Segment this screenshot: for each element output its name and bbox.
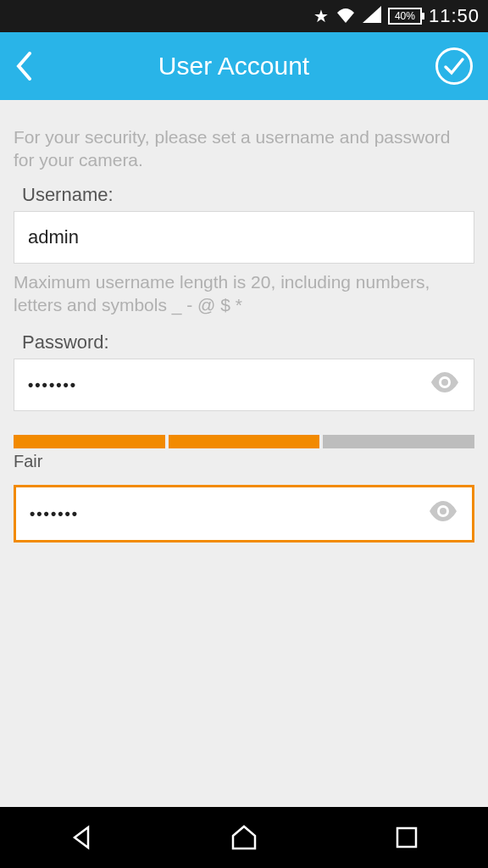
strength-segment [14,435,165,448]
nav-bar [0,807,488,868]
username-label: Username: [22,184,474,206]
nav-home-button[interactable] [228,821,260,854]
confirm-password-field[interactable]: ••••••• [14,485,474,542]
password-field[interactable]: ••••••• [14,359,474,411]
password-value: ••••••• [28,376,77,394]
nav-back-button[interactable] [65,821,97,854]
eye-icon[interactable] [430,372,460,398]
nav-recent-button[interactable] [391,821,423,854]
eye-icon[interactable] [428,501,458,526]
page-title: User Account [32,52,435,81]
svg-point-0 [441,379,448,386]
back-button[interactable] [15,52,32,81]
signal-icon [363,6,381,27]
username-field[interactable]: admin [14,211,474,264]
main-content: For your security, please set a username… [0,100,488,556]
svg-point-1 [440,508,446,515]
battery-icon: 40% [388,8,422,25]
svg-rect-2 [397,828,416,847]
strength-label: Fair [14,452,474,471]
strength-segment [169,435,320,448]
clock: 11:50 [429,5,480,27]
app-bar: User Account [0,32,488,100]
username-value: admin [28,226,79,248]
star-icon: ★ [313,6,329,26]
confirm-value: ••••••• [30,505,79,523]
password-label: Password: [22,331,474,353]
username-hint: Maximum username length is 20, including… [14,270,474,317]
password-strength-meter [14,435,474,448]
strength-segment [323,435,474,448]
confirm-button[interactable] [435,47,473,85]
instructions-text: For your security, please set a username… [14,125,474,172]
status-bar: ★ 40% 11:50 [0,0,488,32]
wifi-icon [336,6,356,27]
